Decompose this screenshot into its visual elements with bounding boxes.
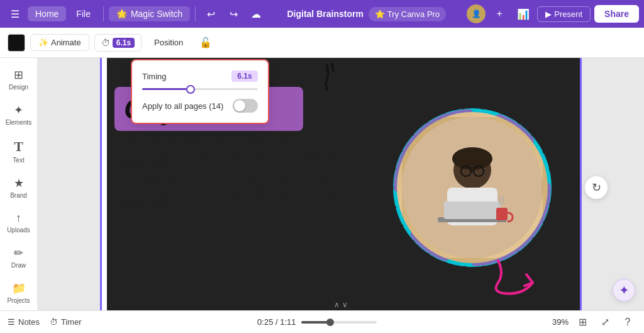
scroll-hint: ∧ ∨ bbox=[334, 300, 348, 309]
squiggle-top bbox=[314, 62, 340, 96]
clock-icon: ⏱ bbox=[101, 38, 110, 48]
canvas-area: Timing Apply to all pages (14) bbox=[38, 58, 644, 310]
time-display: 0:25 / 1:11 bbox=[257, 317, 296, 327]
brand-icon: ★ bbox=[14, 176, 24, 190]
star-icon: ⭐ bbox=[375, 9, 385, 19]
try-canva-pro-button[interactable]: ⭐ Try Canva Pro bbox=[369, 7, 446, 21]
animate-label: Animate bbox=[51, 38, 81, 47]
notes-button[interactable]: ☰ Notes bbox=[8, 317, 40, 327]
apply-row: Apply to all pages (14) bbox=[142, 99, 258, 113]
uploads-icon: ↑ bbox=[16, 212, 21, 225]
home-button[interactable]: Home bbox=[28, 6, 66, 21]
timer-label: Timer bbox=[61, 317, 82, 327]
timing-slider-thumb[interactable] bbox=[186, 85, 195, 94]
position-button[interactable]: Position bbox=[147, 35, 191, 50]
slide-body-para2: Lorem ipsum dolor sit amet, consectetur … bbox=[121, 178, 346, 209]
refresh-button[interactable]: ↻ bbox=[585, 176, 608, 199]
apply-label: Apply to all pages (14) bbox=[142, 101, 223, 111]
timing-value: 6.1s bbox=[113, 38, 135, 48]
sidebar-item-draw[interactable]: ✏ Draw bbox=[3, 241, 35, 274]
svg-point-4 bbox=[452, 147, 492, 170]
squiggle-bottom-arrow bbox=[492, 248, 542, 301]
projects-icon: 📁 bbox=[12, 281, 26, 295]
top-navigation: ☰ Home File 🌟 Magic Switch ↩ ↪ ☁ Digital… bbox=[0, 0, 644, 28]
timing-slider-track[interactable] bbox=[142, 88, 258, 90]
progress-dot bbox=[326, 319, 334, 326]
sidebar-item-design-label: Design bbox=[9, 84, 28, 91]
toggle-thumb bbox=[234, 100, 245, 111]
slide-body: Lorem ipsum dolor sit amet, consectetur … bbox=[121, 137, 346, 208]
color-swatch[interactable] bbox=[8, 34, 25, 52]
sidebar-item-elements[interactable]: ✦ Elements bbox=[3, 98, 35, 131]
present-button[interactable]: ▶ Present bbox=[537, 6, 591, 22]
bottom-right: 39% ⊞ ⤢ ? bbox=[552, 313, 636, 331]
grid-view-button[interactable]: ⊞ bbox=[574, 313, 591, 331]
circle-wrapper bbox=[387, 103, 557, 273]
animate-icon: ✨ bbox=[38, 38, 48, 47]
sidebar-item-text[interactable]: T Text bbox=[3, 133, 35, 169]
canvas-plus-button[interactable]: ✦ bbox=[613, 279, 635, 302]
share-button[interactable]: Share bbox=[594, 5, 639, 23]
sidebar-item-uploads-label: Uploads bbox=[7, 227, 30, 234]
sidebar-item-design[interactable]: ⊞ Design bbox=[3, 63, 35, 96]
undo-button[interactable]: ↩ bbox=[201, 4, 221, 24]
menu-icon[interactable]: ☰ bbox=[5, 4, 25, 24]
sidebar: ⊞ Design ✦ Elements T Text ★ Brand ↑ Upl… bbox=[0, 58, 38, 310]
magic-switch-button[interactable]: 🌟 Magic Switch bbox=[109, 6, 190, 21]
sidebar-item-uploads[interactable]: ↑ Uploads bbox=[3, 206, 35, 239]
sidebar-item-projects-label: Projects bbox=[7, 297, 30, 304]
timer-icon: ⏱ bbox=[50, 317, 58, 327]
progress-bar[interactable] bbox=[301, 321, 377, 324]
sidebar-item-draw-label: Draw bbox=[11, 262, 26, 269]
magic-icon: 🌟 bbox=[116, 9, 127, 19]
nav-right: 👤 + 📊 ▶ Present Share bbox=[467, 4, 639, 24]
svg-rect-11 bbox=[496, 208, 508, 220]
slide-white-left bbox=[102, 58, 107, 310]
sidebar-item-text-label: Text bbox=[13, 157, 24, 164]
notes-icon: ☰ bbox=[8, 317, 15, 327]
nav-center: Digital Brainstorm ⭐ Try Canva Pro bbox=[269, 7, 464, 21]
add-collaborator-button[interactable]: + bbox=[489, 4, 509, 24]
nav-divider-1 bbox=[103, 6, 104, 21]
timing-input[interactable] bbox=[231, 71, 258, 82]
lock-button[interactable]: 🔓 bbox=[196, 33, 216, 53]
document-title: Digital Brainstorm bbox=[287, 9, 363, 19]
main-area: ⊞ Design ✦ Elements T Text ★ Brand ↑ Upl… bbox=[0, 58, 644, 310]
timing-slider-fill bbox=[142, 88, 189, 90]
elements-icon: ✦ bbox=[14, 103, 23, 117]
timer-button[interactable]: ⏱ Timer bbox=[50, 317, 82, 327]
animate-button[interactable]: ✨ Animate bbox=[30, 34, 89, 51]
cloud-sync-button[interactable]: ☁ bbox=[246, 4, 266, 24]
magic-switch-label: Magic Switch bbox=[131, 9, 182, 19]
help-button[interactable]: ? bbox=[619, 313, 636, 331]
person-illustration bbox=[402, 117, 543, 258]
slide-right bbox=[365, 58, 580, 310]
present-icon: ▶ bbox=[545, 9, 552, 19]
sidebar-item-projects[interactable]: 📁 Projects bbox=[3, 276, 35, 309]
bottom-bar: ☰ Notes ⏱ Timer 0:25 / 1:11 39% ⊞ ⤢ ? bbox=[0, 310, 644, 333]
sidebar-item-brand[interactable]: ★ Brand bbox=[3, 171, 35, 204]
zoom-percentage: 39% bbox=[552, 317, 569, 327]
text-icon: T bbox=[14, 138, 23, 155]
fullscreen-button[interactable]: ⤢ bbox=[596, 313, 614, 331]
redo-button[interactable]: ↪ bbox=[223, 4, 243, 24]
chevron-down-icon: ∨ bbox=[342, 300, 348, 309]
toolbar: ✨ Animate ⏱ 6.1s Position 🔓 bbox=[0, 28, 644, 58]
design-icon: ⊞ bbox=[14, 68, 23, 82]
try-canva-pro-label: Try Canva Pro bbox=[387, 9, 440, 19]
analytics-button[interactable]: 📊 bbox=[513, 4, 533, 24]
bottom-left: ☰ Notes ⏱ Timer bbox=[8, 317, 82, 327]
sidebar-item-elements-label: Elements bbox=[6, 119, 32, 126]
avatar[interactable]: 👤 bbox=[467, 4, 486, 23]
timing-panel-label: Timing bbox=[142, 72, 167, 81]
timing-button[interactable]: ⏱ 6.1s bbox=[94, 34, 142, 52]
timing-row: Timing bbox=[142, 71, 258, 82]
timing-panel: Timing Apply to all pages (14) bbox=[131, 59, 269, 124]
bottom-center: 0:25 / 1:11 bbox=[82, 317, 552, 327]
progress-bar-fill bbox=[301, 321, 328, 324]
nav-divider-2 bbox=[195, 6, 196, 21]
file-button[interactable]: File bbox=[69, 6, 98, 21]
person-circle-image bbox=[397, 112, 548, 263]
apply-toggle[interactable] bbox=[233, 99, 258, 113]
sidebar-item-brand-label: Brand bbox=[10, 192, 27, 199]
